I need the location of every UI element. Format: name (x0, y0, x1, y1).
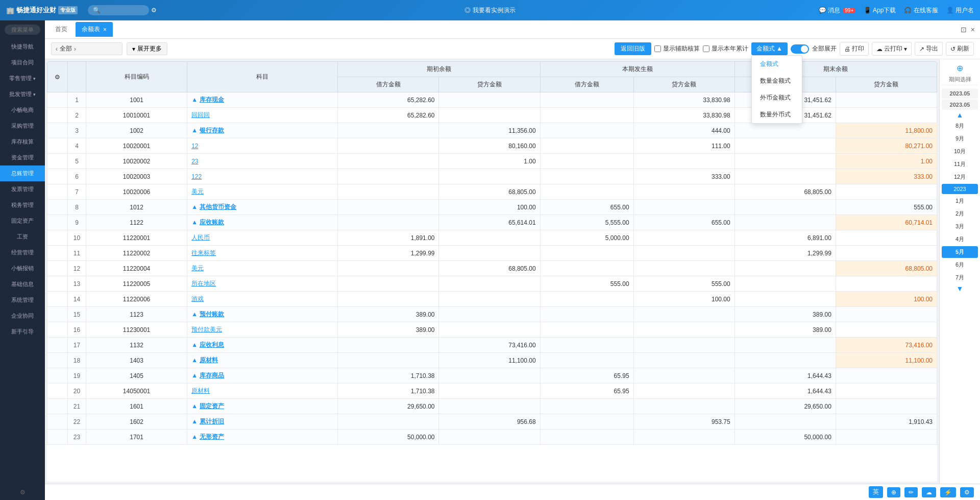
sidebar-settings[interactable]: ⚙ (16, 485, 30, 500)
sidebar-item-purchase[interactable]: 采购管理 (0, 118, 45, 134)
period-2023-05-start[interactable]: 2023.05 (942, 88, 978, 99)
sidebar-item-guide[interactable]: 新手引导 (0, 324, 45, 340)
period-9[interactable]: 9月 (942, 133, 978, 145)
view-mode-amount[interactable]: 金额式 (752, 56, 802, 73)
search-input[interactable] (5, 25, 40, 35)
show-year-checkbox[interactable] (703, 45, 709, 52)
subject-link[interactable]: 库存商品 (200, 372, 224, 379)
sidebar-item-invoice[interactable]: 发票管理 (0, 181, 45, 197)
expand-triangle[interactable]: ▲ (191, 96, 198, 103)
tab-home[interactable]: 首页 (49, 22, 74, 37)
expand-triangle[interactable]: ▲ (191, 203, 198, 210)
subject-link[interactable]: 122 (191, 173, 202, 180)
nav-right-arrow[interactable]: › (74, 45, 76, 53)
expand-triangle[interactable]: ▲ (191, 219, 198, 226)
export-btn[interactable]: ↗ 导出 (915, 42, 943, 56)
sidebar-item-ledger[interactable]: 总账管理 (0, 165, 45, 181)
expand-triangle[interactable]: ▲ (191, 127, 198, 134)
show-assist-checkbox-label[interactable]: 显示辅助核算 (654, 44, 700, 53)
app-download-btn[interactable]: 📱 App下载 (864, 6, 896, 15)
bottom-btn-cloud[interactable]: ☁ (922, 487, 936, 497)
expand-triangle[interactable]: ▲ (191, 402, 198, 410)
bottom-btn-edit[interactable]: ✏ (904, 487, 918, 497)
tab-close-button[interactable]: × (103, 26, 107, 33)
show-assist-checkbox[interactable] (654, 45, 661, 52)
sidebar-item-retail[interactable]: 零售管理 ▾ (0, 70, 45, 86)
subject-link[interactable]: 其他货币资金 (200, 203, 236, 210)
period-2[interactable]: 2月 (942, 208, 978, 220)
sidebar-item-system[interactable]: 系统管理 (0, 292, 45, 308)
period-1[interactable]: 1月 (942, 195, 978, 207)
sidebar-item-inventory[interactable]: 库存核算 (0, 134, 45, 150)
period-4[interactable]: 4月 (942, 233, 978, 245)
close-window-btn[interactable]: × (970, 25, 976, 35)
restore-window-btn[interactable]: ⊡ (960, 25, 968, 35)
bottom-btn-add[interactable]: ⊕ (887, 487, 900, 497)
period-10[interactable]: 10月 (942, 146, 978, 157)
period-collapse-btn[interactable]: ⊕ (942, 63, 978, 73)
subject-link[interactable]: 人民币 (191, 234, 210, 241)
settings-icon[interactable]: ⚙ (151, 7, 161, 14)
period-collapse-up[interactable]: ▲ (942, 111, 978, 119)
period-6[interactable]: 6月 (942, 259, 978, 271)
expand-triangle[interactable]: ▲ (191, 433, 198, 440)
view-mode-dropdown[interactable]: 金额式 ▲ 金额式 数量金额式 外币金额式 数量外币式 (751, 42, 788, 55)
sidebar-item-quick-nav[interactable]: 快捷导航 (0, 39, 45, 55)
sidebar-item-project[interactable]: 项目合同 (0, 55, 45, 70)
expand-triangle[interactable]: ▲ (191, 311, 198, 318)
subject-link[interactable]: 游戏 (191, 295, 204, 302)
subject-link[interactable]: 23 (191, 158, 198, 165)
back-old-version-btn[interactable]: 返回旧版 (615, 42, 651, 55)
online-service-btn[interactable]: 🎧 在线客服 (904, 6, 938, 15)
message-btn[interactable]: 💬 消息 99+ (819, 6, 856, 15)
subject-link[interactable]: 累计折旧 (200, 418, 224, 425)
bottom-btn-lightning[interactable]: ⚡ (940, 487, 956, 497)
subject-link[interactable]: 无形资产 (200, 433, 224, 440)
period-3[interactable]: 3月 (942, 221, 978, 232)
subject-link[interactable]: 预付款美元 (191, 326, 222, 333)
user-avatar[interactable]: 👤 用户名 (946, 6, 974, 15)
refresh-btn[interactable]: ↺ 刷新 (946, 42, 974, 56)
period-2023-05-end[interactable]: 2023.05 (942, 100, 978, 110)
subject-link[interactable]: 12 (191, 142, 198, 150)
expand-all-toggle[interactable] (791, 44, 809, 54)
view-mode-btn[interactable]: 金额式 ▲ (751, 42, 788, 55)
period-5[interactable]: 5月 (942, 246, 978, 258)
view-mode-foreign-amount[interactable]: 外币金额式 (752, 89, 802, 106)
print-btn[interactable]: 🖨 打印 (840, 42, 869, 56)
bottom-btn-settings[interactable]: ⚙ (960, 487, 974, 497)
expand-triangle[interactable]: ▲ (191, 341, 198, 348)
search-bar[interactable]: 🔍 (88, 5, 149, 15)
subject-link[interactable]: 往来标签 (191, 249, 216, 256)
subject-link[interactable]: 美元 (191, 265, 204, 272)
sidebar-item-expense[interactable]: 小畅报销 (0, 260, 45, 276)
cloud-print-btn[interactable]: ☁ 云打印 ▾ (872, 42, 912, 56)
subject-link[interactable]: 预付账款 (200, 311, 224, 318)
tab-balance-sheet[interactable]: 余额表 × (76, 22, 113, 37)
subject-link[interactable]: 所在地区 (191, 280, 216, 287)
subject-link[interactable]: 应收账款 (200, 219, 224, 226)
subject-link[interactable]: 美元 (191, 188, 204, 195)
expand-more-btn[interactable]: ▾ 展开更多 (127, 42, 167, 55)
subject-link[interactable]: 银行存款 (200, 127, 224, 134)
sidebar-item-wholesale[interactable]: 批发管理 ▾ (0, 86, 45, 102)
subject-link[interactable]: 应收利息 (200, 341, 224, 348)
sidebar-item-basic-info[interactable]: 基础信息 (0, 276, 45, 292)
subject-link[interactable]: 原材料 (191, 387, 210, 394)
subject-link[interactable]: 固定资产 (200, 402, 224, 410)
period-8[interactable]: 8月 (942, 120, 978, 132)
subject-link[interactable]: 原材料 (200, 356, 218, 364)
sidebar-item-tax[interactable]: 税务管理 (0, 197, 45, 213)
demo-link[interactable]: ◎ 我要看实例演示 (464, 6, 515, 15)
nav-left-arrow[interactable]: ‹ (56, 45, 58, 53)
sidebar-item-ecommerce[interactable]: 小畅电商 (0, 102, 45, 118)
sidebar-item-finance[interactable]: 资金管理 (0, 150, 45, 165)
sidebar-item-fixed-assets[interactable]: 固定资产 (0, 213, 45, 229)
th-settings[interactable]: ⚙ (47, 62, 68, 92)
period-7[interactable]: 7月 (942, 272, 978, 283)
period-2023[interactable]: 2023 (942, 184, 978, 194)
sidebar-item-payroll[interactable]: 工资 (0, 229, 45, 245)
bottom-btn-lang[interactable]: 英 (869, 486, 883, 498)
sidebar-item-cooperation[interactable]: 企业协同 (0, 308, 45, 324)
period-11[interactable]: 11月 (942, 158, 978, 170)
